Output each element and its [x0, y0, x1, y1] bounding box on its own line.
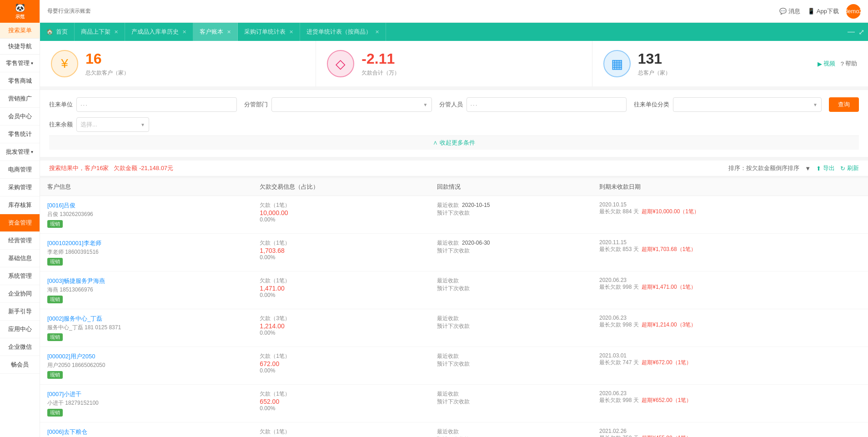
tab-production-history-close[interactable]: ✕	[182, 29, 186, 35]
recovery-label-6: 最近收款	[437, 428, 585, 436]
tab-products-off[interactable]: 商品上下架 ✕	[75, 23, 125, 41]
customer-contact-4: 用户2050 18665062050	[47, 362, 245, 369]
overdue-link-3[interactable]: 超期¥1,214.00（3笔）	[642, 321, 696, 328]
sidebar-item-enterprise[interactable]: 企业协同	[0, 285, 40, 303]
customer-name-5[interactable]: [0007]小进干	[47, 391, 81, 397]
sidebar: 🐼 示范 搜索菜单 快捷导航 零售管理 零售商城 营销推广 会员中心 零售统计 …	[0, 0, 40, 437]
debt-amount-1[interactable]: 1,703.68	[260, 247, 422, 254]
result-actions: 排序：按欠款金额倒序排序 ▼ ⬆ 导出 ↻ 刷新	[728, 164, 859, 172]
tab-purchase-stats[interactable]: 采购订单统计表 ✕	[238, 23, 300, 41]
sidebar-item-vip-member[interactable]: 畅会员	[0, 356, 40, 374]
table-row: [000002]用户2050 用户2050 18665062050 现销 欠款（…	[40, 347, 868, 385]
balance-select[interactable]: 选择... ▼	[76, 117, 149, 132]
export-btn[interactable]: ⬆ 导出	[816, 164, 835, 172]
view-btn[interactable]: ▶ 视频	[818, 60, 835, 68]
tab-production-history[interactable]: 产成品入库单历史 ✕	[125, 23, 193, 41]
branch-select[interactable]: ▼	[271, 97, 432, 112]
debt-amount-5[interactable]: 652.00	[260, 398, 422, 405]
overdue-link-0[interactable]: 超期¥10,000.00（1笔）	[642, 208, 699, 215]
message-icon: 💬	[779, 8, 787, 15]
cell-debt-info-5: 欠款（1笔） 652.00 0.00%	[252, 385, 430, 422]
debt-type-3: 欠款（3笔）	[260, 315, 422, 322]
tab-customer-account-close[interactable]: ✕	[227, 29, 231, 35]
cell-customer-info-1: [0001020001]李老师 李老师 18600391516 现销	[40, 234, 252, 271]
sidebar-item-inventory[interactable]: 库存核算	[0, 196, 40, 214]
stat-card-total-customers: ▦ 131 总客户（家） ▶ 视频 ? 帮助	[592, 41, 868, 86]
message-btn[interactable]: 💬 消息	[779, 7, 800, 15]
overdue-link-2[interactable]: 超期¥1,471.00（1笔）	[642, 284, 696, 290]
sidebar-item-batch-mgmt[interactable]: 批发管理	[0, 143, 40, 161]
customer-name-2[interactable]: [0003]畅捷服务尹海燕	[47, 277, 105, 284]
tab-home[interactable]: 🏠 首页	[40, 23, 75, 41]
help-btn[interactable]: ? 帮助	[841, 60, 857, 68]
balance-label: 往来余额	[49, 121, 73, 129]
customer-name-3[interactable]: [0002]服务中心_丁磊	[47, 315, 102, 322]
cell-debt-info-6: 欠款（1笔） 455.90 0.00%	[252, 422, 430, 437]
next-payment-0: 预计下次收款	[437, 209, 585, 217]
customer-name-1[interactable]: [0001020001]李老师	[47, 240, 101, 246]
source-unit-input[interactable]: ···	[76, 97, 237, 112]
cell-overdue-0: 2020.10.15 最长欠款 884 天 超期¥10,000.00（1笔）	[592, 196, 868, 234]
sidebar-item-operations[interactable]: 经营管理	[0, 232, 40, 250]
debt-amount-4[interactable]: 672.00	[260, 360, 422, 367]
overdue-date-1: 2020.11.15	[599, 239, 861, 246]
sidebar-item-retail-mall[interactable]: 零售商城	[0, 72, 40, 90]
overdue-link-5[interactable]: 超期¥652.00（1笔）	[642, 397, 692, 403]
customer-name-4[interactable]: [000002]用户2050	[47, 353, 95, 360]
sidebar-item-finance[interactable]: 资金管理	[0, 214, 40, 232]
sidebar-item-app-center[interactable]: 应用中心	[0, 321, 40, 338]
sidebar-item-newbie[interactable]: 新手引导	[0, 303, 40, 321]
tab-inventory-stats-close[interactable]: ✕	[375, 29, 379, 35]
tab-products-off-close[interactable]: ✕	[114, 29, 118, 35]
app-download-label: App下载	[817, 7, 839, 15]
manager-input[interactable]: ···	[467, 97, 627, 112]
tab-minimize-icon[interactable]: —	[848, 28, 855, 36]
tab-purchase-stats-close[interactable]: ✕	[289, 29, 293, 35]
sidebar-item-ecommerce[interactable]: 电商管理	[0, 161, 40, 179]
debt-amount-2[interactable]: 1,471.00	[260, 285, 422, 292]
overdue-days-6: 最长欠款 750 天 超期¥455.90（1笔）	[599, 434, 861, 437]
collapse-btn[interactable]: ∧ 收起更多条件	[49, 136, 859, 150]
sidebar-item-retail-stats[interactable]: 零售统计	[0, 126, 40, 143]
sidebar-item-retail-mgmt[interactable]: 零售管理	[0, 55, 40, 72]
stat-card-debt-total: ◇ -2.11 欠款合计（万）	[316, 41, 592, 86]
sidebar-item-system[interactable]: 系统管理	[0, 267, 40, 285]
search-menu[interactable]: 搜索菜单	[0, 23, 40, 39]
next-payment-1: 预计下次收款	[437, 247, 585, 255]
overdue-link-1[interactable]: 超期¥1,703.68（1笔）	[642, 246, 696, 252]
customer-name-0[interactable]: [0016]吕俊	[47, 202, 75, 209]
filter-balance: 往来余额 选择... ▼	[49, 117, 859, 132]
tab-purchase-stats-label: 采购订单统计表	[244, 28, 286, 36]
debt-amount-3[interactable]: 1,214.00	[260, 322, 422, 330]
balance-placeholder: 选择...	[80, 121, 97, 129]
recovery-label-4: 最近收款	[437, 352, 585, 360]
source-unit-type-arrow: ▼	[813, 102, 818, 107]
customer-name-6[interactable]: [0006]去下粮仓	[47, 428, 87, 435]
tab-customer-account[interactable]: 客户账本 ✕	[193, 23, 238, 41]
tab-maximize-icon[interactable]: ⤢	[858, 28, 864, 36]
overdue-link-6[interactable]: 超期¥455.90（1笔）	[642, 435, 692, 437]
avatar[interactable]: demo2	[846, 4, 861, 19]
sidebar-item-corp-wechat[interactable]: 企业微信	[0, 338, 40, 356]
help-icon: ?	[841, 60, 844, 67]
sort-arrow[interactable]: ▼	[805, 165, 811, 172]
nav-title[interactable]: 快捷导航	[0, 39, 40, 55]
recovery-label-0: 最近收款 2020-10-15	[437, 201, 585, 209]
app-logo[interactable]: 🐼 示范	[0, 0, 40, 23]
content: ¥ 16 总欠款客户（家） ◇ -2.11 欠款合计（万） ▦ 131 总客户（…	[40, 41, 868, 437]
sidebar-item-marketing[interactable]: 营销推广	[0, 90, 40, 108]
refresh-btn[interactable]: ↻ 刷新	[840, 164, 859, 172]
sidebar-item-purchase[interactable]: 采购管理	[0, 179, 40, 196]
total-customers-icon: ▦	[603, 50, 631, 77]
sidebar-item-basic-info[interactable]: 基础信息	[0, 250, 40, 267]
overdue-date-2: 2020.06.23	[599, 277, 861, 283]
sidebar-item-member[interactable]: 会员中心	[0, 108, 40, 126]
source-unit-type-select[interactable]: ▼	[673, 97, 822, 112]
app-download-btn[interactable]: 📱 App下载	[808, 7, 839, 15]
debt-amount-0[interactable]: 10,000.00	[260, 209, 422, 216]
tab-inventory-stats[interactable]: 进货单统计表（按商品） ✕	[300, 23, 386, 41]
result-info: 搜索结果中，客户16家 欠款金额 -21,148.07元	[49, 164, 173, 172]
debt-percent-3: 0.00%	[260, 330, 422, 336]
overdue-link-4[interactable]: 超期¥672.00（1笔）	[642, 359, 692, 366]
search-button[interactable]: 查询	[829, 97, 859, 112]
